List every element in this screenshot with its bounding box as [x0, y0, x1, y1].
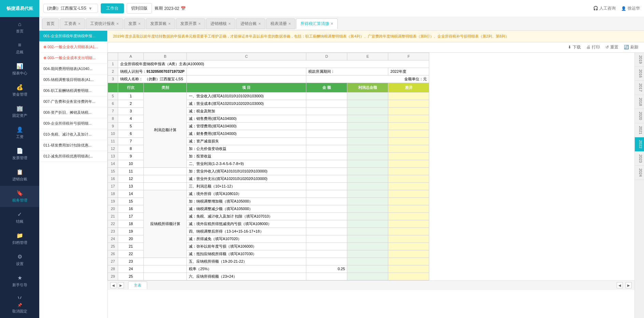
- tab-所得税汇算清缴[interactable]: 所得税汇算清缴✕: [296, 18, 338, 29]
- diff-cell-21[interactable]: [388, 243, 429, 250]
- year-item-2017[interactable]: 2017: [635, 81, 644, 95]
- profit-cell-24[interactable]: [347, 265, 388, 273]
- profit-cell-25[interactable]: [347, 273, 388, 280]
- refresh-button[interactable]: 🔄 刷新: [624, 44, 639, 50]
- amount-cell-22[interactable]: [306, 250, 347, 258]
- left-panel-item-008[interactable]: 008-资产折旧、摊销及纳税...: [39, 107, 107, 118]
- tab-close-icon[interactable]: ✕: [288, 22, 291, 26]
- tab-close-icon[interactable]: ✕: [78, 22, 81, 26]
- diff-cell-3[interactable]: [388, 107, 429, 115]
- item-cell-7[interactable]: 减：资产减值损失: [187, 137, 306, 145]
- amount-cell-17[interactable]: [306, 212, 347, 220]
- item-cell-3[interactable]: 减：税金及附加: [187, 107, 306, 115]
- left-panel-item-012[interactable]: 012-减免所得税优惠明细表(...: [39, 151, 107, 162]
- diff-cell-20[interactable]: [388, 235, 429, 243]
- diff-cell-24[interactable]: [388, 265, 429, 273]
- item-cell-23[interactable]: 五、应纳税所得额（19-20-21-22）: [187, 258, 306, 265]
- amount-cell-15[interactable]: [306, 197, 347, 205]
- item-cell-19[interactable]: 四、纳税调整后所得（13-14+15-16-17+18）: [187, 227, 306, 235]
- tab-工资表[interactable]: 工资表✕: [60, 18, 85, 29]
- left-panel-item-007[interactable]: 007-广告费和业务宣传费跨年...: [39, 96, 107, 107]
- item-cell-2[interactable]: 减：营业成本(填写A102010\102020\103000): [187, 100, 306, 107]
- reset-button[interactable]: ↺ 重置: [605, 44, 618, 50]
- amount-cell-24[interactable]: 0.25: [306, 265, 347, 273]
- sidebar-footer[interactable]: 📌 取消固定: [0, 299, 39, 318]
- diff-cell-15[interactable]: [388, 197, 429, 205]
- diff-cell-1[interactable]: [388, 92, 429, 100]
- amount-cell-18[interactable]: [306, 220, 347, 227]
- item-cell-9[interactable]: 加：投资收益: [187, 152, 306, 160]
- scroll-left-icon[interactable]: ◀: [617, 282, 623, 288]
- item-cell-12[interactable]: 减：营业外支出(填写A102010\102020\103000): [187, 175, 306, 182]
- year-item-2018[interactable]: 2018: [635, 95, 644, 109]
- sidebar-item-home[interactable]: ⌂首页: [0, 17, 39, 38]
- profit-cell-2[interactable]: [347, 100, 388, 107]
- profit-cell-4[interactable]: [347, 115, 388, 122]
- sidebar-item-member[interactable]: V畅会员: [0, 292, 39, 299]
- tab-close-icon[interactable]: ✕: [168, 22, 171, 26]
- sidebar-item-sales[interactable]: 📋进销台账: [0, 165, 39, 186]
- item-cell-14[interactable]: 减：境外所得（填写A108010）: [187, 190, 306, 197]
- sidebar-item-tax[interactable]: 🔖税务管理: [0, 186, 39, 207]
- profit-cell-20[interactable]: [347, 235, 388, 243]
- amount-cell-1[interactable]: [306, 92, 347, 100]
- profit-cell-17[interactable]: [347, 212, 388, 220]
- diff-cell-18[interactable]: [388, 220, 429, 227]
- diff-cell-5[interactable]: [388, 122, 429, 130]
- profit-cell-23[interactable]: [347, 258, 388, 265]
- profit-cell-12[interactable]: [347, 175, 388, 182]
- left-panel-item-011[interactable]: 011-研发费用加计扣除优惠...: [39, 140, 107, 151]
- item-cell-22[interactable]: 减：抵扣应纳税所得额（填写A107030）: [187, 250, 306, 258]
- diff-cell-8[interactable]: [388, 145, 429, 152]
- calendar-icon[interactable]: 📅: [181, 6, 186, 11]
- workbench-button[interactable]: 工作台: [101, 3, 124, 13]
- tab-close-icon[interactable]: ✕: [258, 22, 261, 26]
- year-item-2024[interactable]: 2024: [635, 166, 644, 180]
- year-item-2019[interactable]: 2019: [635, 53, 644, 67]
- profit-cell-3[interactable]: [347, 107, 388, 115]
- diff-cell-2[interactable]: [388, 100, 429, 107]
- sidebar-item-fund[interactable]: 💰资金管理: [0, 80, 39, 101]
- profit-cell-13[interactable]: [347, 182, 388, 190]
- profit-cell-21[interactable]: [347, 243, 388, 250]
- sidebar-item-settings[interactable]: ⚙设置: [0, 249, 39, 271]
- amount-cell-10[interactable]: [306, 160, 347, 167]
- diff-cell-16[interactable]: [388, 205, 429, 212]
- year-item-2022[interactable]: 2022: [635, 137, 644, 151]
- profit-cell-7[interactable]: [347, 137, 388, 145]
- spreadsheet-area[interactable]: A B C D E F 1 企业所得税年度纳税申报表（A类）主表(A100000…: [108, 53, 634, 318]
- amount-cell-13[interactable]: [306, 182, 347, 190]
- amount-cell-5[interactable]: [306, 122, 347, 130]
- left-panel-item-001[interactable]: 001-企业所得税年度纳税申报...: [39, 31, 107, 42]
- tab-发票[interactable]: 发票✕: [124, 18, 145, 29]
- profit-cell-18[interactable]: [347, 220, 388, 227]
- left-panel-item-006[interactable]: 006-职工薪酬纳税调整明细...: [39, 85, 107, 96]
- sidebar-item-invoice[interactable]: 📄发票管理: [0, 143, 39, 165]
- item-cell-13[interactable]: 三、利润总额（10+11-12）: [187, 182, 306, 190]
- diff-cell-25[interactable]: [388, 273, 429, 280]
- sidebar-item-settle[interactable]: ✓结账: [0, 207, 39, 228]
- profit-cell-15[interactable]: [347, 197, 388, 205]
- amount-cell-21[interactable]: [306, 243, 347, 250]
- item-cell-15[interactable]: 加：纳税调整增加额（填写A105000）: [187, 197, 306, 205]
- tab-发票算账[interactable]: 发票算账✕: [146, 18, 175, 29]
- amount-cell-16[interactable]: [306, 205, 347, 212]
- amount-cell-20[interactable]: [306, 235, 347, 243]
- sheet-tab-main[interactable]: 主表: [128, 281, 147, 289]
- item-cell-5[interactable]: 减：管理费用(填写A104000): [187, 122, 306, 130]
- year-item-2021[interactable]: 2021: [635, 123, 644, 137]
- tab-close-icon[interactable]: ✕: [116, 22, 119, 26]
- amount-cell-4[interactable]: [306, 115, 347, 122]
- nav-arrow-left[interactable]: ◀: [110, 282, 116, 288]
- item-cell-18[interactable]: 减：境外应税所得抵减境内亏损（填写A108000）: [187, 220, 306, 227]
- diff-cell-22[interactable]: [388, 250, 429, 258]
- diff-cell-11[interactable]: [388, 167, 429, 175]
- sidebar-item-report[interactable]: 📊报表中心: [0, 59, 39, 80]
- profit-cell-6[interactable]: [347, 130, 388, 137]
- tab-close-icon[interactable]: ✕: [198, 22, 201, 26]
- amount-cell-2[interactable]: [306, 100, 347, 107]
- amount-cell-14[interactable]: [306, 190, 347, 197]
- amount-cell-8[interactable]: [306, 145, 347, 152]
- profit-cell-10[interactable]: [347, 160, 388, 167]
- nav-arrow-right[interactable]: ▶: [118, 282, 124, 288]
